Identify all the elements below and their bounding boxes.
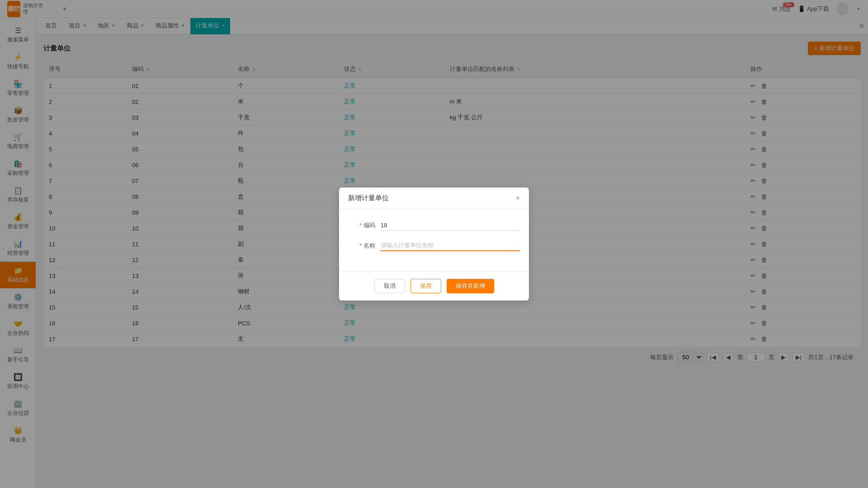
modal-close-button[interactable]: ×	[516, 194, 520, 202]
name-input[interactable]	[381, 240, 520, 251]
modal-header: 新增计量单位 ×	[339, 188, 529, 209]
modal-body: * 编码 * 名称	[339, 209, 529, 271]
required-mark: *	[359, 222, 362, 229]
required-mark-name: *	[359, 242, 362, 249]
name-label: * 名称	[348, 242, 375, 250]
modal-overlay[interactable]: 新增计量单位 × * 编码 * 名称 取消 保存 保存并新增	[0, 0, 868, 488]
name-form-row: * 名称	[348, 240, 520, 251]
code-label: * 编码	[348, 221, 375, 230]
code-input[interactable]	[381, 220, 520, 231]
add-unit-modal: 新增计量单位 × * 编码 * 名称 取消 保存 保存并新增	[339, 188, 529, 300]
code-form-row: * 编码	[348, 220, 520, 231]
cancel-button[interactable]: 取消	[374, 279, 405, 293]
save-button[interactable]: 保存	[410, 279, 441, 293]
save-and-new-button[interactable]: 保存并新增	[447, 279, 494, 293]
modal-footer: 取消 保存 保存并新增	[339, 271, 529, 300]
modal-title: 新增计量单位	[348, 194, 389, 202]
